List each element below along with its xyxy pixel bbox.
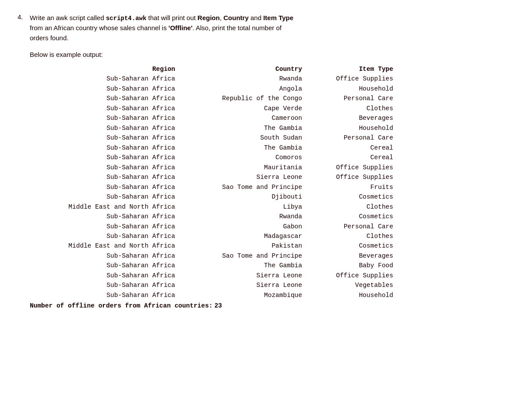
cell-item-type: Beverages — [306, 251, 393, 261]
table-row: Sub-Saharan AfricaMozambiqueHousehold — [30, 290, 514, 300]
cell-item-type: Cosmetics — [306, 192, 393, 202]
cell-region: Sub-Saharan Africa — [30, 261, 179, 270]
cell-country: Republic of the Congo — [179, 94, 306, 103]
bold-item-type: Item Type — [263, 14, 293, 21]
cell-item-type: Household — [306, 123, 393, 133]
summary-row: Number of offline orders from African co… — [30, 301, 514, 311]
header-item-type: Item Type — [306, 64, 393, 74]
cell-item-type: Household — [306, 84, 393, 94]
cell-region: Middle East and North Africa — [30, 202, 179, 212]
cell-item-type: Cereal — [306, 153, 393, 162]
script-name: script4.awk — [106, 15, 146, 22]
cell-country: Rwanda — [179, 74, 306, 84]
table-row: Sub-Saharan AfricaSierra LeoneOffice Sup… — [30, 172, 514, 182]
table-row: Sub-Saharan AfricaRepublic of the CongoP… — [30, 94, 514, 103]
table-row: Sub-Saharan AfricaCameroonBeverages — [30, 113, 514, 123]
cell-country: The Gambia — [179, 123, 306, 133]
cell-country: The Gambia — [179, 261, 306, 270]
cell-item-type: Office Supplies — [306, 172, 393, 182]
bold-offline: 'Offline' — [169, 24, 193, 31]
cell-country: Cape Verde — [179, 104, 306, 113]
example-label: Below is example output: — [30, 51, 514, 58]
cell-region: Sub-Saharan Africa — [30, 163, 179, 172]
cell-country: Comoros — [179, 153, 306, 162]
table-row: Sub-Saharan AfricaCape VerdeClothes — [30, 104, 514, 113]
cell-country: South Sudan — [179, 133, 306, 143]
cell-region: Middle East and North Africa — [30, 241, 179, 251]
cell-region: Sub-Saharan Africa — [30, 153, 179, 162]
cell-country: Sierra Leone — [179, 172, 306, 182]
cell-item-type: Cosmetics — [306, 212, 393, 221]
cell-country: Mauritania — [179, 163, 306, 172]
data-rows-container: Sub-Saharan AfricaRwandaOffice SuppliesS… — [30, 74, 514, 300]
table-row: Sub-Saharan AfricaMadagascarClothes — [30, 231, 514, 241]
cell-item-type: Beverages — [306, 113, 393, 123]
summary-label: Number of offline orders from African co… — [30, 301, 213, 311]
cell-region: Sub-Saharan Africa — [30, 74, 179, 84]
header-region: Region — [30, 64, 179, 74]
cell-country: The Gambia — [179, 143, 306, 153]
cell-country: Cameroon — [179, 113, 306, 123]
cell-country: Madagascar — [179, 231, 306, 241]
cell-country: Libya — [179, 202, 306, 212]
cell-region: Sub-Saharan Africa — [30, 84, 179, 94]
cell-country: Sierra Leone — [179, 271, 306, 280]
cell-region: Sub-Saharan Africa — [30, 271, 179, 280]
summary-count: 23 — [215, 301, 222, 311]
table-row: Sub-Saharan AfricaSierra LeoneVegetables — [30, 280, 514, 290]
cell-item-type: Fruits — [306, 182, 393, 192]
cell-region: Sub-Saharan Africa — [30, 280, 179, 290]
table-row: Sub-Saharan AfricaDjiboutiCosmetics — [30, 192, 514, 202]
header-country: Country — [179, 64, 306, 74]
question-text: Write an awk script called script4.awk t… — [30, 13, 293, 43]
cell-region: Sub-Saharan Africa — [30, 251, 179, 261]
bold-country: Country — [223, 14, 249, 21]
cell-region: Sub-Saharan Africa — [30, 172, 179, 182]
cell-item-type: Office Supplies — [306, 74, 393, 84]
cell-region: Sub-Saharan Africa — [30, 231, 179, 241]
cell-region: Sub-Saharan Africa — [30, 290, 179, 300]
cell-region: Sub-Saharan Africa — [30, 94, 179, 103]
cell-country: Rwanda — [179, 212, 306, 221]
table-row: Sub-Saharan AfricaSao Tome and PrincipeB… — [30, 251, 514, 261]
cell-country: Mozambique — [179, 290, 306, 300]
cell-country: Sierra Leone — [179, 280, 306, 290]
cell-region: Sub-Saharan Africa — [30, 192, 179, 202]
cell-item-type: Cereal — [306, 143, 393, 153]
cell-region: Sub-Saharan Africa — [30, 212, 179, 221]
cell-region: Sub-Saharan Africa — [30, 182, 179, 192]
table-row: Sub-Saharan AfricaThe GambiaCereal — [30, 143, 514, 153]
cell-item-type: Cosmetics — [306, 241, 393, 251]
table-row: Sub-Saharan AfricaSao Tome and PrincipeF… — [30, 182, 514, 192]
cell-item-type: Personal Care — [306, 133, 393, 143]
table-row: Sub-Saharan AfricaGabonPersonal Care — [30, 222, 514, 231]
cell-region: Sub-Saharan Africa — [30, 133, 179, 143]
question-block: 4. Write an awk script called script4.aw… — [18, 13, 514, 311]
cell-item-type: Office Supplies — [306, 163, 393, 172]
question-header: 4. Write an awk script called script4.aw… — [18, 13, 514, 43]
cell-item-type: Clothes — [306, 231, 393, 241]
cell-region: Sub-Saharan Africa — [30, 222, 179, 231]
cell-item-type: Vegetables — [306, 280, 393, 290]
question-number: 4. — [18, 13, 30, 21]
table-row: Sub-Saharan AfricaThe GambiaHousehold — [30, 123, 514, 133]
table-row: Sub-Saharan AfricaRwandaCosmetics — [30, 212, 514, 221]
table-row: Sub-Saharan AfricaThe GambiaBaby Food — [30, 261, 514, 270]
table-row: Sub-Saharan AfricaSierra LeoneOffice Sup… — [30, 271, 514, 280]
cell-item-type: Office Supplies — [306, 271, 393, 280]
cell-region: Sub-Saharan Africa — [30, 104, 179, 113]
output-table: Region Country Item Type Sub-Saharan Afr… — [30, 64, 514, 311]
cell-item-type: Baby Food — [306, 261, 393, 270]
cell-country: Angola — [179, 84, 306, 94]
cell-country: Djibouti — [179, 192, 306, 202]
cell-country: Gabon — [179, 222, 306, 231]
table-row: Sub-Saharan AfricaRwandaOffice Supplies — [30, 74, 514, 84]
table-row: Sub-Saharan AfricaMauritaniaOffice Suppl… — [30, 163, 514, 172]
cell-item-type: Clothes — [306, 202, 393, 212]
table-row: Sub-Saharan AfricaAngolaHousehold — [30, 84, 514, 94]
cell-country: Pakistan — [179, 241, 306, 251]
cell-item-type: Personal Care — [306, 94, 393, 103]
cell-region: Sub-Saharan Africa — [30, 143, 179, 153]
cell-region: Sub-Saharan Africa — [30, 113, 179, 123]
table-row: Sub-Saharan AfricaSouth SudanPersonal Ca… — [30, 133, 514, 143]
